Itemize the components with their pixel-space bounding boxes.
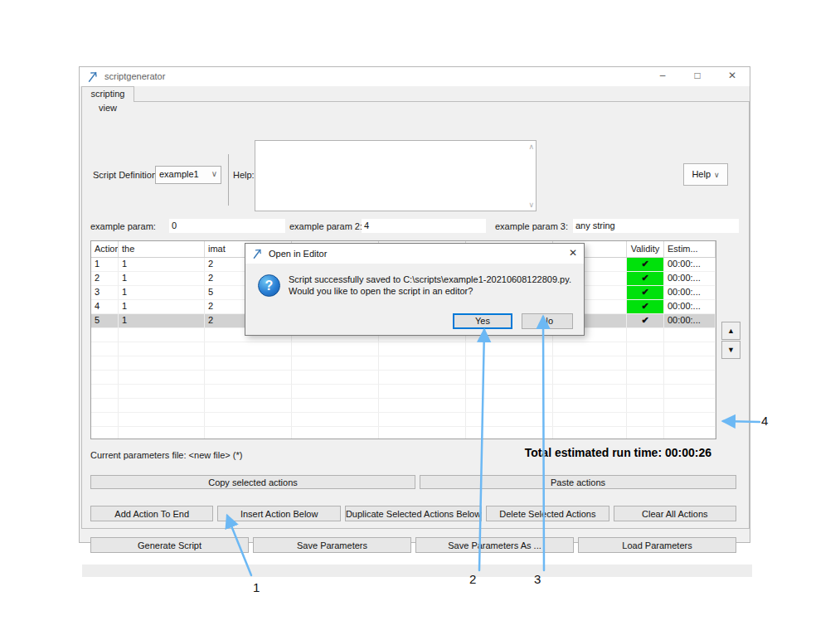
move-row-up-button[interactable]: ▲ <box>721 322 740 340</box>
param1-input[interactable]: 0 <box>169 219 285 233</box>
empty-cell[interactable] <box>292 385 379 399</box>
cell-estim[interactable]: 00:00:... <box>664 258 716 272</box>
empty-cell[interactable] <box>466 385 553 399</box>
table-row[interactable] <box>91 399 716 413</box>
empty-cell[interactable] <box>553 399 627 413</box>
dialog-title-bar[interactable]: Open in Editor ✕ <box>245 244 584 264</box>
empty-cell[interactable] <box>91 385 119 399</box>
empty-cell[interactable] <box>205 399 292 413</box>
empty-cell[interactable] <box>379 356 466 371</box>
empty-cell[interactable] <box>292 413 379 427</box>
empty-cell[interactable] <box>553 427 627 439</box>
column-header-validity[interactable]: Validity <box>627 241 664 257</box>
title-bar[interactable]: scriptgenerator – □ ✕ <box>80 67 750 86</box>
empty-cell[interactable] <box>91 399 119 413</box>
column-header-estim[interactable]: Estim... <box>664 241 716 257</box>
table-row[interactable] <box>91 371 716 385</box>
cell-action[interactable]: 3 <box>91 286 119 300</box>
validity-check-icon[interactable]: ✔ <box>627 272 664 286</box>
maximize-icon[interactable]: □ <box>680 67 715 86</box>
empty-cell[interactable] <box>292 356 379 371</box>
empty-cell[interactable] <box>379 342 466 356</box>
empty-cell[interactable] <box>627 356 664 371</box>
table-row[interactable] <box>91 356 716 371</box>
empty-cell[interactable] <box>553 385 627 399</box>
script-definition-select[interactable]: example1 ∨ <box>155 166 221 184</box>
empty-cell[interactable] <box>119 413 205 427</box>
empty-cell[interactable] <box>627 371 664 385</box>
validity-check-icon[interactable]: ✔ <box>627 286 664 300</box>
empty-cell[interactable] <box>205 413 292 427</box>
empty-cell[interactable] <box>664 371 716 385</box>
clear-all-actions-button[interactable]: Clear All Actions <box>614 506 736 521</box>
empty-cell[interactable] <box>91 371 119 385</box>
minimize-icon[interactable]: – <box>645 67 680 86</box>
empty-cell[interactable] <box>91 342 119 356</box>
empty-cell[interactable] <box>119 371 205 385</box>
empty-cell[interactable] <box>627 427 664 439</box>
help-menu-button[interactable]: Help∨ <box>683 163 728 186</box>
no-button[interactable]: No <box>522 313 573 329</box>
cell-the[interactable]: 1 <box>119 300 205 314</box>
empty-cell[interactable] <box>627 399 664 413</box>
empty-cell[interactable] <box>292 342 379 356</box>
validity-check-icon[interactable]: ✔ <box>627 300 664 314</box>
param3-input[interactable]: any string <box>573 219 739 233</box>
empty-cell[interactable] <box>205 385 292 399</box>
empty-cell[interactable] <box>664 356 716 371</box>
empty-cell[interactable] <box>627 342 664 356</box>
empty-cell[interactable] <box>627 328 664 342</box>
cell-estim[interactable]: 00:00:... <box>664 272 716 286</box>
empty-cell[interactable] <box>91 427 119 439</box>
cell-action[interactable]: 1 <box>91 258 119 272</box>
empty-cell[interactable] <box>664 413 716 427</box>
help-textarea[interactable]: ∧ ∨ <box>255 140 537 211</box>
empty-cell[interactable] <box>664 399 716 413</box>
generate-script-button[interactable]: Generate Script <box>90 537 249 553</box>
delete-selected-actions-button[interactable]: Delete Selected Actions <box>486 506 609 521</box>
empty-cell[interactable] <box>91 328 119 342</box>
cell-the[interactable]: 1 <box>119 258 205 272</box>
empty-cell[interactable] <box>119 399 205 413</box>
table-row[interactable] <box>91 427 716 439</box>
load-parameters-button[interactable]: Load Parameters <box>578 537 736 553</box>
empty-cell[interactable] <box>119 342 205 356</box>
cell-the[interactable]: 1 <box>119 286 205 300</box>
empty-cell[interactable] <box>91 413 119 427</box>
paste-actions-button[interactable]: Paste actions <box>420 475 736 489</box>
cell-estim[interactable]: 00:00:... <box>664 314 716 328</box>
empty-cell[interactable] <box>553 342 627 356</box>
empty-cell[interactable] <box>466 413 553 427</box>
empty-cell[interactable] <box>466 399 553 413</box>
move-row-down-button[interactable]: ▼ <box>721 341 740 359</box>
empty-cell[interactable] <box>379 399 466 413</box>
empty-cell[interactable] <box>292 399 379 413</box>
empty-cell[interactable] <box>466 342 553 356</box>
tab-scripting-view[interactable]: scripting view <box>81 86 134 102</box>
empty-cell[interactable] <box>292 371 379 385</box>
empty-cell[interactable] <box>553 413 627 427</box>
empty-cell[interactable] <box>119 385 205 399</box>
column-header-the[interactable]: the <box>119 241 205 257</box>
save-parameters-as-button[interactable]: Save Parameters As ... <box>415 537 574 553</box>
empty-cell[interactable] <box>664 328 716 342</box>
yes-button[interactable]: Yes <box>453 313 512 329</box>
empty-cell[interactable] <box>379 385 466 399</box>
empty-cell[interactable] <box>379 371 466 385</box>
empty-cell[interactable] <box>466 371 553 385</box>
cell-the[interactable]: 1 <box>119 272 205 286</box>
empty-cell[interactable] <box>379 427 466 439</box>
cell-the[interactable]: 1 <box>119 314 205 328</box>
empty-cell[interactable] <box>379 413 466 427</box>
empty-cell[interactable] <box>466 356 553 371</box>
cell-action[interactable]: 5 <box>91 314 119 328</box>
empty-cell[interactable] <box>553 371 627 385</box>
close-icon[interactable]: ✕ <box>715 67 750 86</box>
empty-cell[interactable] <box>664 342 716 356</box>
empty-cell[interactable] <box>91 356 119 371</box>
column-header-action[interactable]: Action <box>91 241 119 257</box>
table-row[interactable] <box>91 413 716 427</box>
empty-cell[interactable] <box>119 356 205 371</box>
empty-cell[interactable] <box>205 371 292 385</box>
insert-action-below-button[interactable]: Insert Action Below <box>217 506 340 521</box>
